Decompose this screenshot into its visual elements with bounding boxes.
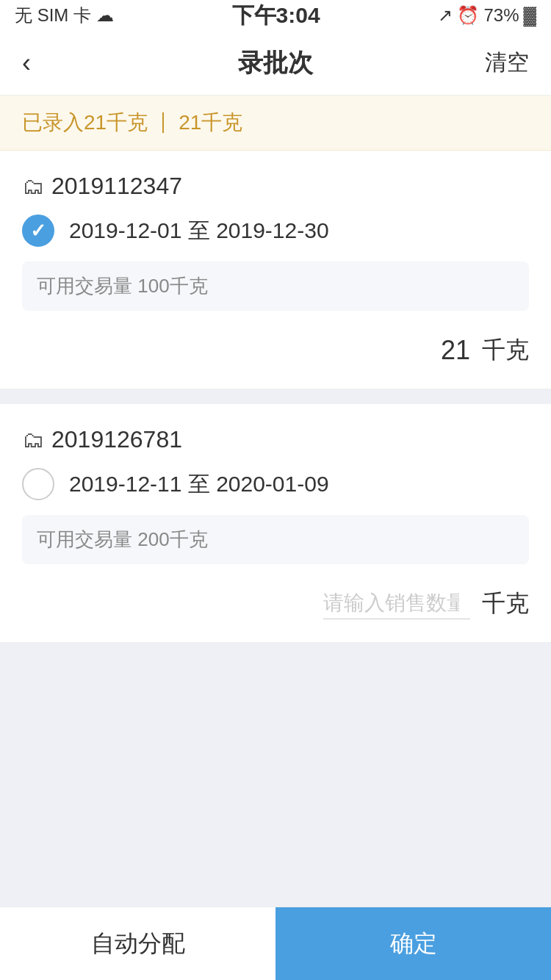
batch-id-2: 2019126781 [51, 426, 182, 453]
radio-unchecked-2[interactable] [22, 468, 54, 500]
batch-avail-2: 可用交易量 200千克 [22, 515, 529, 564]
summary-label: 已录入21千克 [22, 109, 148, 137]
radio-checked-1[interactable] [22, 215, 54, 247]
batch-date-row-1[interactable]: 2019-12-01 至 2019-12-30 [0, 207, 551, 254]
input-row-1: 21 千克 [0, 323, 551, 389]
batch-avail-1: 可用交易量 100千克 [22, 262, 529, 311]
alarm-icon: ⏰ [457, 5, 479, 26]
batch-date-row-2[interactable]: 2019-12-11 至 2020-01-09 [0, 461, 551, 508]
batch-date-1: 2019-12-01 至 2019-12-30 [69, 216, 329, 246]
batch-icon-1: 🗂 [22, 174, 44, 199]
back-button[interactable]: ‹ [22, 48, 66, 79]
batch-header-2: 🗂 2019126781 [0, 404, 551, 461]
content-area: 🗂 2019112347 2019-12-01 至 2019-12-30 可用交… [0, 151, 551, 980]
battery-icon: ▓ [523, 5, 536, 26]
nav-bar: ‹ 录批次 清空 [0, 31, 551, 96]
status-time: 下午3:04 [232, 1, 320, 31]
page-title: 录批次 [238, 46, 313, 80]
batch-card-2: 🗂 2019126781 2019-12-11 至 2020-01-09 可用交… [0, 404, 551, 643]
summary-value: 21千克 [179, 109, 242, 137]
confirm-button[interactable]: 确定 [276, 907, 551, 980]
qty-value-1: 21 [411, 335, 470, 366]
status-right: ↗ ⏰ 73% ▓ [438, 5, 536, 26]
bottom-bar: 自动分配 确定 [0, 907, 551, 980]
batch-header-1: 🗂 2019112347 [0, 151, 551, 207]
qty-input-2[interactable] [323, 588, 470, 619]
status-bar: 无 SIM 卡 ☁ 下午3:04 ↗ ⏰ 73% ▓ [0, 0, 551, 31]
batch-icon-2: 🗂 [22, 428, 44, 453]
separator-1 [0, 389, 551, 404]
batch-id-1: 2019112347 [51, 173, 182, 200]
input-row-2: 千克 [0, 576, 551, 643]
batch-date-2: 2019-12-11 至 2020-01-09 [69, 469, 329, 500]
batch-card-1: 🗂 2019112347 2019-12-01 至 2019-12-30 可用交… [0, 151, 551, 389]
no-sim-text: 无 SIM 卡 ☁ [15, 4, 114, 27]
battery-text: 73% [483, 5, 519, 26]
status-left: 无 SIM 卡 ☁ [15, 4, 114, 27]
summary-divider [162, 112, 164, 133]
location-icon: ↗ [438, 5, 453, 26]
empty-area [0, 643, 551, 937]
summary-bar: 已录入21千克 21千克 [0, 96, 551, 151]
auto-distribute-button[interactable]: 自动分配 [0, 907, 276, 980]
clear-button[interactable]: 清空 [485, 48, 529, 78]
qty-unit-2: 千克 [482, 588, 529, 620]
qty-unit-1: 千克 [482, 334, 529, 367]
